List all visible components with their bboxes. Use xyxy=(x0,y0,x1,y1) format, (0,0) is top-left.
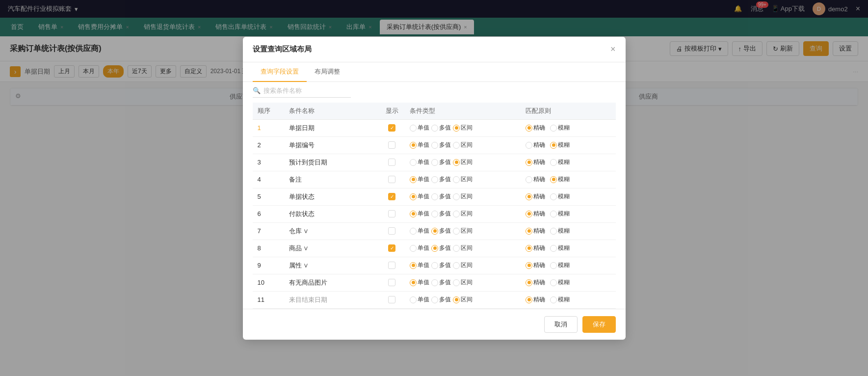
display-cell[interactable] xyxy=(379,154,405,171)
type-radio-0[interactable]: 单值 xyxy=(410,244,429,252)
cancel-btn[interactable]: 取消 xyxy=(544,316,578,333)
display-checkbox[interactable] xyxy=(388,227,395,235)
type-radio-1[interactable]: 多值 xyxy=(431,210,451,218)
search-icon: 🔍 xyxy=(253,87,261,94)
type-radio-1[interactable]: 多值 xyxy=(431,295,451,304)
match-radio-1[interactable]: 模糊 xyxy=(550,192,570,201)
radio-circle xyxy=(410,279,417,286)
type-radio-1[interactable]: 多值 xyxy=(431,124,451,132)
type-radio-0[interactable]: 单值 xyxy=(410,210,429,218)
match-radio-0[interactable]: 精确 xyxy=(526,158,545,166)
display-cell[interactable] xyxy=(379,222,405,240)
type-radio-2[interactable]: 区间 xyxy=(453,158,473,166)
row-order-num: 9 xyxy=(258,262,261,269)
type-radio-0[interactable]: 单值 xyxy=(410,175,429,184)
type-radio-0[interactable]: 单值 xyxy=(410,124,429,132)
type-radio-0[interactable]: 单值 xyxy=(410,278,429,287)
display-cell[interactable] xyxy=(379,205,405,222)
match-radio-1[interactable]: 模糊 xyxy=(550,244,570,252)
type-radio-0[interactable]: 单值 xyxy=(410,295,429,304)
type-radio-2[interactable]: 区间 xyxy=(453,141,473,149)
radio-circle xyxy=(410,245,417,252)
type-radio-2[interactable]: 区间 xyxy=(453,244,473,252)
type-radio-0[interactable]: 单值 xyxy=(410,141,429,149)
match-radio-circle xyxy=(526,296,532,303)
type-cell: 单值 多值 区间 xyxy=(405,136,521,154)
display-checkbox[interactable] xyxy=(388,244,395,252)
match-radio-0[interactable]: 精确 xyxy=(526,175,545,184)
match-radio-0[interactable]: 精确 xyxy=(526,124,545,132)
type-radio-2[interactable]: 区间 xyxy=(453,175,473,184)
display-cell[interactable] xyxy=(379,136,405,154)
display-cell[interactable] xyxy=(379,171,405,188)
display-checkbox[interactable] xyxy=(388,279,395,286)
type-radio-2[interactable]: 区间 xyxy=(453,210,473,218)
match-radio-0[interactable]: 精确 xyxy=(526,278,545,287)
display-checkbox[interactable] xyxy=(388,124,395,132)
type-radio-1[interactable]: 多值 xyxy=(431,158,451,166)
match-radio-1[interactable]: 模糊 xyxy=(550,278,570,287)
type-radio-2[interactable]: 区间 xyxy=(453,295,473,304)
type-radio-2[interactable]: 区间 xyxy=(453,192,473,201)
type-radio-1[interactable]: 多值 xyxy=(431,192,451,201)
display-cell[interactable] xyxy=(379,188,405,205)
match-radio-1[interactable]: 模糊 xyxy=(550,158,570,166)
search-input[interactable] xyxy=(263,87,342,94)
match-radio-1[interactable]: 模糊 xyxy=(550,261,570,269)
type-radio-1[interactable]: 多值 xyxy=(431,141,451,149)
match-label: 模糊 xyxy=(558,192,570,201)
type-radio-1[interactable]: 多值 xyxy=(431,244,451,252)
tab-query-fields[interactable]: 查询字段设置 xyxy=(253,62,307,82)
row-order-num: 2 xyxy=(258,141,261,149)
match-radio-1[interactable]: 模糊 xyxy=(550,141,570,149)
match-radio-1[interactable]: 模糊 xyxy=(550,124,570,132)
type-radio-0[interactable]: 单值 xyxy=(410,158,429,166)
table-row: 10有无商品图片 单值 多值 区间 精确 模糊 xyxy=(253,274,616,291)
tab-layout-adjust[interactable]: 布局调整 xyxy=(307,62,348,82)
type-radio-0[interactable]: 单值 xyxy=(410,261,429,269)
match-radio-0[interactable]: 精确 xyxy=(526,295,545,304)
radio-label: 多值 xyxy=(439,175,451,184)
type-radio-2[interactable]: 区间 xyxy=(453,124,473,132)
display-cell[interactable] xyxy=(379,240,405,257)
match-radio-0[interactable]: 精确 xyxy=(526,141,545,149)
display-checkbox[interactable] xyxy=(388,141,395,149)
display-checkbox[interactable] xyxy=(388,193,395,200)
match-radio-1[interactable]: 模糊 xyxy=(550,295,570,304)
row-name: 付款状态 xyxy=(289,210,315,217)
match-radio-1[interactable]: 模糊 xyxy=(550,227,570,235)
save-btn[interactable]: 保存 xyxy=(582,316,616,333)
match-radio-0[interactable]: 精确 xyxy=(526,210,545,218)
type-radio-0[interactable]: 单值 xyxy=(410,227,429,235)
display-cell[interactable] xyxy=(379,257,405,274)
match-radio-1[interactable]: 模糊 xyxy=(550,210,570,218)
type-radio-1[interactable]: 多值 xyxy=(431,261,451,269)
match-radio-circle xyxy=(550,228,557,235)
type-radio-2[interactable]: 区间 xyxy=(453,278,473,287)
match-radio-0[interactable]: 精确 xyxy=(526,227,545,235)
display-cell[interactable] xyxy=(379,274,405,291)
match-radio-0[interactable]: 精确 xyxy=(526,192,545,201)
match-cell: 精确 模糊 xyxy=(521,257,615,274)
radio-circle xyxy=(431,176,438,183)
type-radio-0[interactable]: 单值 xyxy=(410,192,429,201)
display-checkbox[interactable] xyxy=(388,296,395,303)
type-radio-1[interactable]: 多值 xyxy=(431,227,451,235)
type-radio-1[interactable]: 多值 xyxy=(431,278,451,287)
display-checkbox[interactable] xyxy=(388,210,395,217)
modal-close-btn[interactable]: × xyxy=(610,45,616,54)
display-checkbox[interactable] xyxy=(388,176,395,183)
type-radio-1[interactable]: 多值 xyxy=(431,175,451,184)
display-cell[interactable] xyxy=(379,291,405,308)
match-radio-circle xyxy=(550,176,557,183)
display-checkbox[interactable] xyxy=(388,262,395,269)
match-radio-0[interactable]: 精确 xyxy=(526,261,545,269)
order-cell: 8 xyxy=(253,240,284,257)
display-cell[interactable] xyxy=(379,119,405,136)
type-radio-2[interactable]: 区间 xyxy=(453,261,473,269)
type-radio-2[interactable]: 区间 xyxy=(453,227,473,235)
match-radio-circle xyxy=(526,262,532,269)
match-radio-1[interactable]: 模糊 xyxy=(550,175,570,184)
match-radio-0[interactable]: 精确 xyxy=(526,244,545,252)
display-checkbox[interactable] xyxy=(388,159,395,166)
